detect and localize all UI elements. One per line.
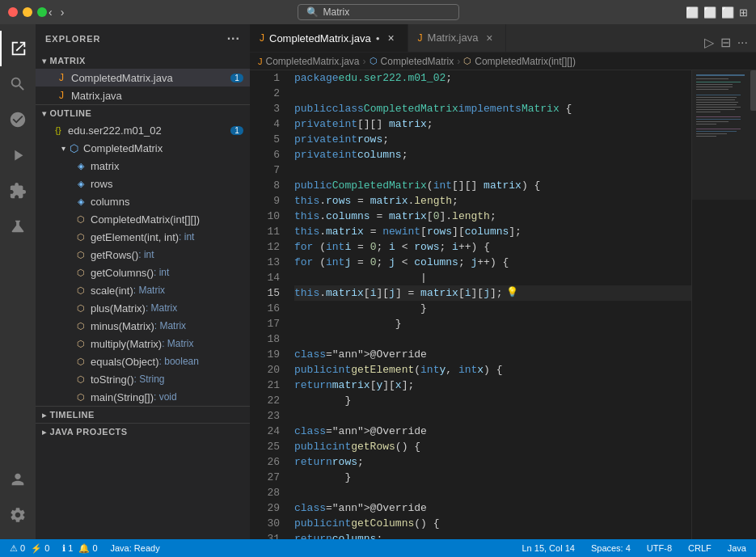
main-return-type: : void	[154, 391, 177, 403]
method-icon-5: ⬡	[74, 284, 87, 297]
tab-close-button-2[interactable]: ×	[483, 32, 496, 44]
breadcrumb-method[interactable]: CompletedMatrix(int[][])	[475, 56, 576, 67]
outline-method-constructor[interactable]: ⬡ CompletedMatrix(int[][])	[36, 210, 250, 228]
tab-completedmatrix-label: CompletedMatrix.java	[269, 32, 371, 44]
statusbar-position[interactable]: Ln 15, Col 14	[518, 539, 577, 557]
activity-explorer[interactable]	[0, 31, 36, 66]
statusbar-encoding[interactable]: UTF-8	[644, 539, 675, 557]
layout-icon-3[interactable]: ⬜	[721, 6, 734, 19]
outline-method-minus[interactable]: ⬡ minus(Matrix) : Matrix	[36, 317, 250, 335]
class-icon: ⬡	[67, 141, 80, 154]
error-icon: ⚠	[10, 543, 18, 554]
editor-area: J CompletedMatrix.java ● × J Matrix.java…	[250, 24, 756, 539]
minimize-dot[interactable]	[23, 7, 32, 17]
lightbulb-icon[interactable]: 💡	[506, 285, 518, 301]
svg-rect-24	[750, 70, 756, 111]
activity-test[interactable]	[0, 209, 36, 244]
java-file-icon: J	[55, 71, 68, 84]
run-icon[interactable]: ▷	[703, 33, 716, 52]
split-editor-icon[interactable]: ⊟	[719, 33, 733, 52]
java-projects-chevron-icon: ▸	[42, 428, 47, 437]
outline-field-columns[interactable]: ◈ columns	[36, 192, 250, 210]
outline-method-scale[interactable]: ⬡ scale(int) : Matrix	[36, 281, 250, 299]
more-actions-icon[interactable]: ···	[736, 34, 750, 52]
matrix-section-header[interactable]: ▾ MATRIX	[36, 53, 250, 69]
activity-debug[interactable]	[0, 137, 36, 173]
nav-back-button[interactable]: ‹	[49, 6, 53, 19]
tab-modified-dot: ●	[376, 35, 380, 42]
account-icon	[9, 470, 27, 488]
layout-icon-4[interactable]: ⊞	[739, 6, 748, 19]
sidebar-more-icon[interactable]: ···	[227, 32, 240, 46]
nav-controls: ‹ ›	[49, 6, 64, 19]
file-completedmatrix[interactable]: J CompletedMatrix.java 1	[36, 69, 250, 87]
outline-package-name: edu.ser222.m01_02	[68, 124, 162, 137]
activity-git[interactable]	[0, 102, 36, 137]
outline-method-main[interactable]: ⬡ main(String[]) : void	[36, 388, 250, 406]
outline-class[interactable]: ▾ ⬡ CompletedMatrix	[36, 139, 250, 157]
getcolumns-return-type: : int	[154, 267, 169, 278]
scale-return-type: : Matrix	[133, 285, 165, 296]
getelement-return-type: : int	[179, 231, 194, 243]
code-area[interactable]: package edu.ser222.m01_02; public class …	[286, 70, 691, 539]
file-name-completedmatrix: CompletedMatrix.java	[71, 72, 173, 84]
tab-matrix-label: Matrix.java	[428, 32, 479, 44]
breadcrumb-file[interactable]: CompletedMatrix.java	[266, 56, 360, 67]
search-bar[interactable]: 🔍	[298, 4, 459, 20]
outline-scale-name: scale(int)	[91, 285, 133, 297]
outline-method-getcolumns[interactable]: ⬡ getColumns() : int	[36, 264, 250, 281]
activity-extensions[interactable]	[0, 173, 36, 209]
close-dot[interactable]	[8, 7, 18, 17]
outline-method-equals[interactable]: ⬡ equals(Object) : boolean	[36, 352, 250, 370]
settings-icon	[9, 506, 27, 524]
outline-method-getrows[interactable]: ⬡ getRows() : int	[36, 246, 250, 264]
outline-field-matrix[interactable]: ◈ matrix	[36, 157, 250, 175]
equals-return-type: : boolean	[159, 356, 199, 367]
statusbar-errors[interactable]: ⚠ 0 ⚡ 0	[6, 539, 53, 557]
activity-account[interactable]	[0, 462, 36, 497]
multiply-return-type: : Matrix	[162, 338, 193, 349]
statusbar-java[interactable]: Java: Ready	[108, 539, 163, 557]
git-icon	[9, 111, 27, 129]
tab-matrix[interactable]: J Matrix.java ×	[408, 24, 507, 52]
explorer-icon	[10, 40, 27, 57]
outline-equals-name: equals(Object)	[91, 356, 159, 368]
outline-section: ▾ OUTLINE {} edu.ser222.m01_02 1 ▾ ⬡ Com…	[36, 104, 250, 406]
statusbar-info[interactable]: ℹ 1 🔔 0	[59, 539, 100, 557]
activity-search[interactable]	[0, 66, 36, 102]
outline-title: OUTLINE	[50, 108, 92, 118]
tab-java-icon-2: J	[418, 32, 423, 44]
breadcrumb-class[interactable]: CompletedMatrix	[381, 56, 454, 67]
sidebar: EXPLORER ··· ▾ MATRIX J CompletedMatrix.…	[36, 24, 250, 539]
outline-method-plus[interactable]: ⬡ plus(Matrix) : Matrix	[36, 299, 250, 317]
statusbar-spaces[interactable]: Spaces: 4	[588, 539, 634, 557]
file-matrix[interactable]: J Matrix.java	[36, 87, 250, 104]
tostring-return-type: : String	[133, 373, 164, 385]
outline-header[interactable]: ▾ OUTLINE	[36, 105, 250, 121]
minus-return-type: : Matrix	[154, 320, 186, 331]
tab-completedmatrix[interactable]: J CompletedMatrix.java ● ×	[250, 24, 408, 52]
outline-method-getelement[interactable]: ⬡ getElement(int, int) : int	[36, 228, 250, 246]
outline-package[interactable]: {} edu.ser222.m01_02 1	[36, 121, 250, 139]
matrix-section: ▾ MATRIX J CompletedMatrix.java 1 J Matr…	[36, 53, 250, 104]
minimap-svg	[692, 70, 756, 539]
maximize-dot[interactable]	[37, 7, 47, 17]
outline-method-tostring[interactable]: ⬡ toString() : String	[36, 370, 250, 388]
java-projects-header[interactable]: ▸ JAVA PROJECTS	[36, 424, 250, 440]
chevron-down-icon: ▾	[42, 57, 47, 65]
tab-close-button-1[interactable]: ×	[385, 32, 398, 44]
layout-icon-1[interactable]: ⬜	[686, 6, 699, 19]
tab-bar: J CompletedMatrix.java ● × J Matrix.java…	[250, 24, 756, 53]
layout-icon-2[interactable]: ⬜	[703, 6, 716, 19]
sidebar-title: EXPLORER	[45, 34, 101, 44]
nav-forward-button[interactable]: ›	[61, 6, 65, 19]
timeline-header[interactable]: ▸ TIMELINE	[36, 407, 250, 423]
search-icon	[9, 75, 27, 93]
breadcrumb-sep-1: ›	[363, 56, 366, 67]
activity-settings[interactable]	[0, 497, 36, 533]
outline-field-rows[interactable]: ◈ rows	[36, 175, 250, 192]
outline-method-multiply[interactable]: ⬡ multiply(Matrix) : Matrix	[36, 335, 250, 352]
search-input[interactable]	[323, 6, 450, 18]
statusbar-language[interactable]: Java	[724, 539, 750, 557]
statusbar-line-ending[interactable]: CRLF	[685, 539, 715, 557]
